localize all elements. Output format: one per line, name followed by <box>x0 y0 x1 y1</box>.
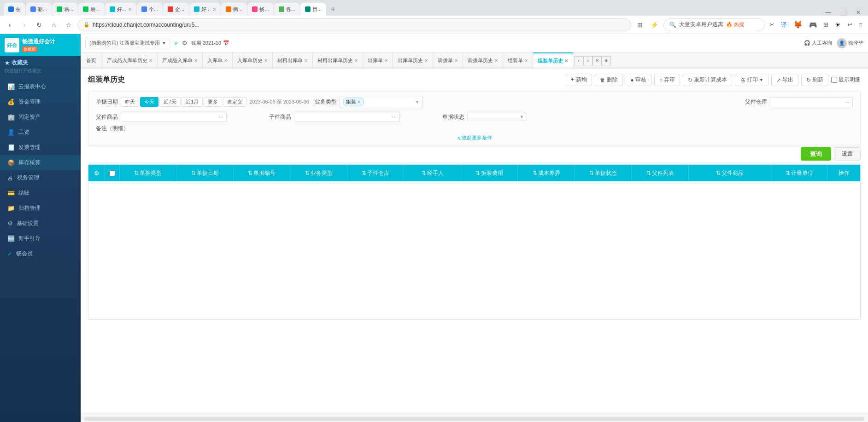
print-button[interactable]: 🖨 打印 ▼ <box>735 74 768 86</box>
select-all-checkbox[interactable] <box>109 170 115 176</box>
tab-out-hist[interactable]: 出库单历史 ✕ <box>393 52 433 69</box>
th-bill-date[interactable]: ⇅单据日期 <box>176 165 233 181</box>
company-selector[interactable]: (勿删勿禁用) 江西服宝测试专用 ▼ <box>85 38 170 48</box>
parent-warehouse-input[interactable]: ··· <box>770 97 853 107</box>
tab-more-icon[interactable]: ≡ <box>602 56 611 65</box>
th-biz-type[interactable]: ⇅业务类型 <box>290 165 347 181</box>
date-btn-more[interactable]: 更多 <box>204 97 222 107</box>
show-detail-checkbox[interactable] <box>831 77 837 83</box>
sidebar-item-fund[interactable]: 💰 资金管理 <box>0 94 81 110</box>
home-button[interactable]: ⌂ <box>48 19 60 31</box>
grid-icon[interactable]: ⊞ <box>634 19 646 31</box>
sidebar-item-fixed-asset[interactable]: 🏢 固定资产 <box>0 110 81 125</box>
scissors-icon[interactable]: ✂ <box>768 21 776 28</box>
sidebar-item-stock[interactable]: 📦 库存核算 <box>0 155 81 170</box>
bookmark-button[interactable]: ☆ <box>63 19 75 31</box>
export-button[interactable]: ↗ 导出 <box>771 74 798 86</box>
th-bill-no[interactable]: ⇅单据编号 <box>234 165 290 181</box>
sidebar-item-tax[interactable]: 🖨 税务管理 <box>0 170 81 185</box>
parent-goods-input[interactable]: ··· <box>121 112 227 122</box>
tab-prod-in[interactable]: 产成品入库单 ✕ <box>158 52 203 69</box>
tab-close-transfer-hist[interactable]: ✕ <box>494 58 498 63</box>
th-bill-status[interactable]: ⇅单据状态 <box>575 165 632 181</box>
tab-assemble[interactable]: 组装单 ✕ <box>503 52 533 69</box>
sidebar-item-checkout[interactable]: 💳 结账 <box>0 185 81 201</box>
tab-item[interactable]: 易... <box>78 3 104 16</box>
game-icon[interactable]: 🎮 <box>807 21 819 29</box>
close-button[interactable]: ✕ <box>852 9 864 16</box>
th-check[interactable] <box>105 165 120 181</box>
brightness-icon[interactable]: ☀ <box>833 21 843 29</box>
tab-close-current[interactable]: ✕ <box>592 56 602 65</box>
recalc-cost-button[interactable]: ↻ 重新计算成本 <box>683 74 732 86</box>
tab-item[interactable]: 易... <box>52 3 78 16</box>
tab-item[interactable]: 新... <box>26 3 52 16</box>
maximize-button[interactable]: ⬜ <box>836 9 850 16</box>
audit-button[interactable]: ● 审核 <box>626 74 651 86</box>
favorites-hint[interactable]: 快捷键打开收藏夹 <box>5 68 76 74</box>
consulting-button[interactable]: 🎧 人工咨询 <box>804 40 832 46</box>
th-handler[interactable]: ⇅经手人 <box>404 165 461 181</box>
query-button[interactable]: 查询 <box>801 147 831 161</box>
tab-out-bill[interactable]: 出库单 ✕ <box>363 52 393 69</box>
tab-close-transfer[interactable]: ✕ <box>454 58 458 63</box>
new-button[interactable]: + 新增 <box>566 74 592 86</box>
tab-item[interactable]: 个... <box>137 3 163 16</box>
tab-close-mat-out-hist[interactable]: ✕ <box>354 58 358 63</box>
tab-item-active[interactable]: 目... <box>300 3 326 16</box>
tab-close-out-hist[interactable]: ✕ <box>424 58 428 63</box>
tab-close-icon[interactable]: ✕ <box>128 7 132 12</box>
tab-nav-next[interactable]: › <box>583 56 592 65</box>
sidebar-item-settings[interactable]: ⚙ 基础设置 <box>0 216 81 231</box>
th-disassemble-fee[interactable]: ⇅拆装费用 <box>461 165 518 181</box>
th-settings[interactable]: ⚙ <box>88 165 105 181</box>
tab-close-mat-out[interactable]: ✕ <box>304 58 308 63</box>
biz-type-dropdown-icon[interactable]: ▼ <box>415 100 419 104</box>
show-detail-checkbox-label[interactable]: 显示明细 <box>831 76 861 84</box>
back-button[interactable]: ‹ <box>4 19 16 31</box>
abandon-button[interactable]: ○ 弃审 <box>654 74 680 86</box>
date-btn-1month[interactable]: 近1月 <box>182 97 203 107</box>
refresh-page-button[interactable]: ↻ 刷新 <box>801 74 828 86</box>
tab-mat-out[interactable]: 材料出库单 ✕ <box>273 52 313 69</box>
forward-button[interactable]: › <box>18 19 30 31</box>
new-tab-button[interactable]: + <box>327 3 340 16</box>
tab-transfer-hist[interactable]: 调拨单历史 ✕ <box>463 52 503 69</box>
extensions-button[interactable]: ⚡ <box>649 19 661 31</box>
tab-item[interactable]: 在 <box>4 3 25 16</box>
tab-item[interactable]: 好... ✕ <box>105 3 136 16</box>
tag-close-biz-type[interactable]: ✕ <box>357 99 361 104</box>
sidebar-item-archive[interactable]: 📁 归档管理 <box>0 201 81 216</box>
tab-close-icon[interactable]: ✕ <box>212 7 216 12</box>
tab-close-prod-in-hist[interactable]: ✕ <box>149 58 152 63</box>
tab-item[interactable]: 各... <box>274 3 300 16</box>
tab-home[interactable]: 首页 <box>81 52 102 69</box>
tab-close-prod-in[interactable]: ✕ <box>194 58 198 63</box>
translate-icon[interactable]: 译 <box>779 21 789 29</box>
tab-in-hist[interactable]: 入库单历史 ✕ <box>233 52 273 69</box>
bill-status-select[interactable]: ▼ <box>467 113 527 121</box>
add-button[interactable]: + <box>174 39 178 47</box>
tab-mat-out-hist[interactable]: 材料出库单历史 ✕ <box>313 52 363 69</box>
tab-close-in-hist[interactable]: ✕ <box>264 58 268 63</box>
filter-settings-button[interactable]: 设置 <box>834 147 861 161</box>
minimize-button[interactable]: — <box>821 9 834 16</box>
th-bill-type[interactable]: ⇅单据类型 <box>120 165 176 181</box>
search-bar[interactable]: 🔍 大量安卓用户逃离 🔥 热搜 <box>663 18 765 31</box>
tab-assemble-hist-active[interactable]: 组装单历史 ✕ <box>533 52 573 69</box>
sidebar-item-guide[interactable]: 🆕 新手引导 <box>0 231 81 246</box>
horizontal-scrollbar[interactable] <box>84 417 864 421</box>
user-info[interactable]: 👤 徐泽华 <box>837 38 863 48</box>
th-child-warehouse[interactable]: ⇅子件仓库 <box>347 165 404 181</box>
tab-transfer[interactable]: 调拨单 ✕ <box>433 52 463 69</box>
menu-button[interactable]: ≡ <box>857 21 864 29</box>
apps-icon[interactable]: ⊞ <box>821 21 830 28</box>
calendar-icon[interactable]: 📅 <box>223 40 229 46</box>
tab-in-bill[interactable]: 入库单 ✕ <box>203 52 233 69</box>
tab-item[interactable]: 畅... <box>247 3 273 16</box>
date-btn-custom[interactable]: 自定义 <box>223 97 246 107</box>
refresh-button[interactable]: ↻ <box>33 19 45 31</box>
th-unit[interactable]: ⇅计量单位 <box>771 165 828 181</box>
bottom-scrollbar-area[interactable] <box>81 415 868 422</box>
tab-item[interactable]: 企... <box>163 3 189 16</box>
